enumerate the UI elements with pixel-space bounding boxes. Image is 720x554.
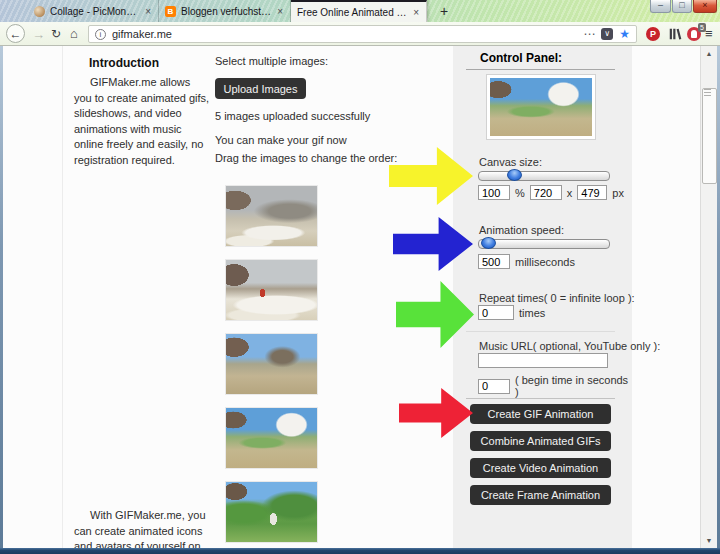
home-button[interactable]: ⌂: [70, 26, 78, 41]
container-edge: [62, 46, 63, 548]
divider: [466, 398, 615, 399]
music-url-input[interactable]: [478, 353, 608, 368]
select-images-label: Select multiple images:: [215, 55, 328, 67]
tab-picmonkey[interactable]: Collage - PicMonkey Photo Ed... ×: [28, 0, 159, 22]
canvas-percent-input[interactable]: [478, 185, 510, 200]
minimize-button[interactable]: –: [650, 0, 671, 13]
control-panel: Control Panel: Canvas size: % x px Anima…: [453, 46, 632, 548]
canvas-height-input[interactable]: [577, 185, 607, 200]
speed-value-input[interactable]: [478, 254, 510, 269]
blogger-favicon-icon: B: [165, 6, 176, 17]
adblock-icon: 5: [687, 27, 701, 41]
canvas-size-slider[interactable]: [478, 171, 610, 181]
window-frame-bottom: [0, 548, 720, 554]
canvas-size-inputs: % x px: [478, 185, 624, 200]
image-thumbnail-2[interactable]: [225, 259, 318, 321]
ready-text: You can make your gif now: [215, 134, 347, 146]
create-frame-animation-button[interactable]: Create Frame Animation: [470, 485, 611, 505]
page-actions-icon[interactable]: ⋯: [583, 27, 595, 41]
tab-title: Free Online Animated GIF Maker - F: [297, 7, 407, 18]
divider: [466, 69, 615, 70]
intro-paragraph-2: With GIFMaker.me, you can create animate…: [74, 508, 211, 548]
tab-gifmaker-active[interactable]: Free Online Animated GIF Maker - F ×: [291, 0, 427, 22]
begin-time-row: ( begin time in seconds ): [478, 374, 632, 398]
scroll-up-icon[interactable]: ▲: [701, 46, 717, 61]
tab-close-icon[interactable]: ×: [412, 7, 420, 18]
maximize-button[interactable]: □: [672, 0, 692, 13]
tab-bar: Collage - PicMonkey Photo Ed... × B Blog…: [0, 0, 720, 22]
adblock-extension-button[interactable]: 5: [687, 27, 701, 41]
preview-image: [490, 78, 592, 136]
milliseconds-label: milliseconds: [515, 256, 575, 268]
repeat-times-label: Repeat times( 0 = infinite loop ):: [479, 292, 635, 304]
close-window-button[interactable]: ×: [693, 0, 717, 13]
picmonkey-favicon-icon: [34, 6, 45, 17]
back-icon: ←: [10, 27, 22, 41]
create-gif-animation-button[interactable]: Create GIF Animation: [470, 404, 611, 424]
drag-hint-text: Drag the images to change the order:: [215, 152, 397, 164]
image-thumbnail-3[interactable]: [225, 333, 318, 395]
speed-slider-handle[interactable]: [481, 237, 496, 249]
animation-speed-slider[interactable]: [478, 239, 610, 249]
image-thumbnail-5[interactable]: [225, 481, 318, 543]
intro-heading: Introduction: [74, 56, 229, 70]
canvas-size-label: Canvas size:: [479, 156, 542, 168]
times-unit-label: times: [519, 307, 545, 319]
vertical-scrollbar[interactable]: ▲ ▼: [700, 46, 717, 548]
divider: [466, 331, 615, 332]
px-unit-label: px: [612, 187, 624, 199]
music-url-label: Music URL( optional, YouTube only ):: [479, 340, 660, 352]
browser-window: Collage - PicMonkey Photo Ed... × B Blog…: [0, 0, 720, 554]
control-panel-title: Control Panel:: [480, 51, 562, 65]
tab-close-icon[interactable]: ×: [144, 6, 152, 17]
menu-icon[interactable]: ≡: [705, 26, 713, 41]
tab-blogger[interactable]: B Bloggen verfuchstundzugenäht... ×: [159, 0, 291, 22]
window-controls: – □ ×: [649, 0, 717, 13]
times-sign-label: x: [567, 187, 573, 199]
back-button[interactable]: ←: [6, 24, 25, 43]
upload-images-button[interactable]: Upload Images: [215, 78, 306, 99]
canvas-slider-handle[interactable]: [507, 169, 522, 181]
scrollbar-thumb[interactable]: [702, 88, 717, 184]
library-icon[interactable]: [668, 27, 682, 41]
percent-unit-label: %: [515, 187, 525, 199]
begin-time-hint: ( begin time in seconds ): [515, 374, 632, 398]
repeat-times-input[interactable]: [478, 305, 514, 320]
image-thumbnail-1[interactable]: [225, 185, 318, 247]
tab-close-icon[interactable]: ×: [276, 6, 284, 17]
forward-button[interactable]: →: [32, 27, 45, 42]
reload-button[interactable]: ↻: [51, 27, 61, 41]
tab-title: Collage - PicMonkey Photo Ed...: [50, 6, 139, 17]
begin-time-input[interactable]: [478, 379, 510, 394]
site-info-icon[interactable]: i: [95, 29, 106, 40]
gif-preview: [486, 74, 596, 140]
upload-status-text: 5 images uploaded successfully: [215, 110, 370, 122]
speed-input-row: milliseconds: [478, 254, 575, 269]
page-content: Introduction GIFMaker.me allows you to c…: [0, 46, 720, 548]
create-video-animation-button[interactable]: Create Video Animation: [470, 458, 611, 478]
url-text[interactable]: gifmaker.me: [112, 28, 577, 40]
intro-paragraph: GIFMaker.me allows you to create animate…: [74, 75, 211, 168]
image-thumbnail-4[interactable]: [225, 407, 318, 469]
url-bar[interactable]: i gifmaker.me ⋯ ∨ ★: [88, 25, 637, 43]
scroll-down-icon[interactable]: ▼: [701, 533, 717, 548]
combine-animated-gifs-button[interactable]: Combine Animated GIFs: [470, 431, 611, 451]
window-frame-left: [0, 46, 3, 548]
new-tab-button[interactable]: +: [433, 2, 455, 20]
repeat-input-row: times: [478, 305, 545, 320]
bookmark-star-icon[interactable]: ★: [619, 28, 630, 40]
pinterest-extension-button[interactable]: P: [646, 27, 660, 41]
tab-title: Bloggen verfuchstundzugenäht...: [181, 6, 271, 17]
scrollbar-grip: [704, 89, 711, 96]
animation-speed-label: Animation speed:: [479, 224, 564, 236]
pocket-icon[interactable]: ∨: [601, 28, 613, 40]
canvas-width-input[interactable]: [530, 185, 562, 200]
